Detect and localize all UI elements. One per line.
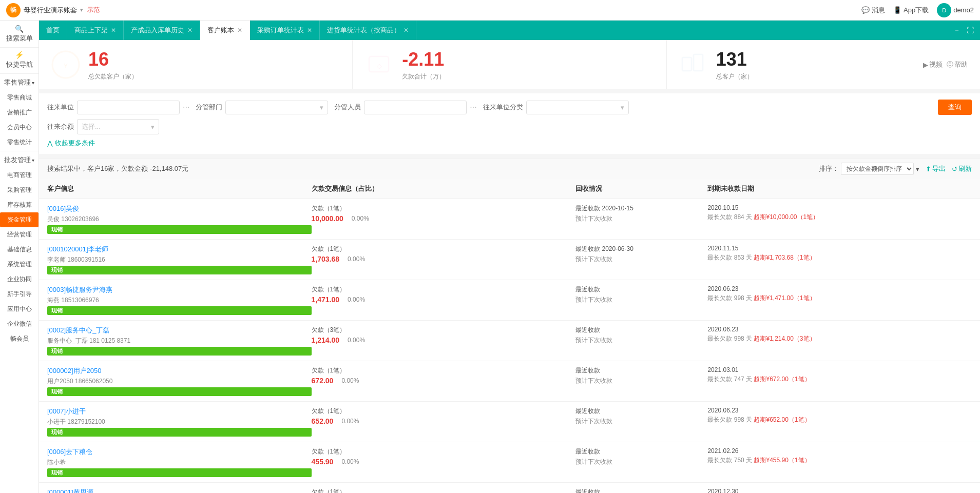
tab-production[interactable]: 产成品入库单历史 ✕	[124, 21, 200, 40]
help-btn[interactable]: ⓪ 帮助	[947, 60, 968, 69]
balance-select[interactable]: 选择... ▾	[77, 119, 159, 134]
tab-goods[interactable]: 商品上下架 ✕	[67, 21, 124, 40]
owe-row-5: 欠款（1笔）	[312, 407, 576, 416]
app-download-btn[interactable]: 📱 App下载	[893, 6, 929, 15]
tab-import-stat[interactable]: 进货单统计表（按商品） ✕	[320, 21, 416, 40]
username: demo2	[953, 6, 974, 14]
overdue-link-1[interactable]: 超期¥1,703.68（1笔）	[754, 254, 815, 261]
sort-label: 排序：	[819, 164, 839, 173]
overdue-link-2[interactable]: 超期¥1,471.00（1笔）	[754, 294, 815, 302]
view-label: 视频	[929, 60, 943, 69]
owe-amount-3[interactable]: 1,214.00	[312, 336, 340, 344]
sidebar-item-vip[interactable]: 畅会员	[0, 331, 39, 346]
customer-name-7[interactable]: [000001]黄思源	[47, 488, 312, 493]
tab-maximize-btn[interactable]: ⛶	[965, 25, 976, 35]
overdue-link-5[interactable]: 超期¥652.00（1笔）	[754, 416, 810, 423]
user-area[interactable]: D demo2	[937, 3, 974, 17]
tab-import-stat-close[interactable]: ✕	[403, 27, 409, 34]
customer-name-4[interactable]: [000002]用户2050	[47, 366, 312, 376]
nav-link[interactable]: 示范	[87, 6, 100, 14]
owe-row-4: 欠款（1笔）	[312, 366, 576, 375]
tab-production-label: 产成品入库单历史	[131, 26, 184, 35]
tab-purchase-stat[interactable]: 采购订单统计表 ✕	[250, 21, 320, 40]
sidebar-item-ecommerce[interactable]: 电商管理	[0, 168, 39, 183]
top-bar-right: 💬 消息 📱 App下载 D demo2	[861, 3, 974, 17]
tab-minimize-btn[interactable]: －	[951, 25, 963, 36]
due-days-5: 最长欠款 998 天 超期¥652.00（1笔）	[707, 416, 972, 424]
sidebar-item-corp[interactable]: 企业协同	[0, 272, 39, 287]
filter-source-unit: 往来单位 ···	[47, 101, 189, 114]
data-table: 客户信息 欠款交易信息（占比） 回收情况 到期未收款日期 [0016]吴俊 吴俊…	[39, 179, 980, 493]
customer-name-6[interactable]: [0006]去下粮仓	[47, 447, 312, 457]
collection-info-5: 最近收款 预计下次收款	[575, 407, 707, 426]
owe-percent-5: 0.00%	[341, 418, 359, 425]
sort-select[interactable]: 按欠款金额倒序排序	[841, 163, 914, 175]
owe-amount-6[interactable]: 455.90	[312, 458, 334, 466]
stat-card-debt-customers: ¥ 16 总欠款客户（家）	[39, 40, 353, 89]
source-unit-dots[interactable]: ···	[183, 103, 189, 112]
unit-category-select[interactable]: ▾	[526, 101, 629, 114]
sidebar-item-wechat[interactable]: 企业微信	[0, 317, 39, 331]
message-btn[interactable]: 💬 消息	[861, 6, 885, 15]
sidebar-item-inventory[interactable]: 库存核算	[0, 198, 39, 212]
overdue-link-4[interactable]: 超期¥672.00（1笔）	[754, 376, 810, 383]
overdue-link-0[interactable]: 超期¥10,000.00（1笔）	[754, 213, 819, 221]
company-name: 母婴行业演示账套	[24, 6, 77, 15]
app-label: App下载	[904, 6, 929, 15]
tab-customer-close[interactable]: ✕	[237, 27, 242, 34]
table-row-cells: [000002]用户2050 用户2050 18665062050 现销 欠款（…	[39, 361, 980, 401]
view-video-btn[interactable]: ▶ 视频	[923, 60, 943, 69]
sidebar-item-retail-shop[interactable]: 零售商城	[0, 90, 39, 105]
customer-name-0[interactable]: [0016]吴俊	[47, 204, 312, 213]
tab-goods-close[interactable]: ✕	[111, 27, 116, 34]
sidebar-item-retail-stat[interactable]: 零售统计	[0, 135, 39, 150]
customer-contact-3: 服务中心_丁磊 181 0125 8371	[47, 337, 312, 345]
tab-purchase-stat-close[interactable]: ✕	[307, 27, 312, 34]
customer-name-5[interactable]: [0007]小进干	[47, 407, 312, 416]
search-button[interactable]: 查询	[938, 100, 972, 115]
source-unit-input[interactable]	[77, 101, 180, 114]
sidebar-item-retail-mgmt[interactable]: 零售管理 ▾	[0, 75, 39, 90]
results-summary: 搜索结果中，客户16家，欠款金额 -21,148.07元	[47, 164, 188, 173]
stat-card-total-customers: 131 总客户（家） ▶ 视频 ⓪ 帮助	[667, 40, 980, 89]
tab-customer[interactable]: 客户账本 ✕	[200, 21, 250, 40]
sidebar-item-marketing[interactable]: 营销推广	[0, 105, 39, 120]
sidebar-item-batch-mgmt[interactable]: 批发管理 ▾	[0, 152, 39, 168]
owe-amount-0[interactable]: 10,000.00	[312, 214, 343, 223]
customer-name-1[interactable]: [0001020001]李老师	[47, 245, 312, 254]
customer-info-2: [0003]畅捷服务尹海燕 海燕 18513066976 现销	[47, 285, 312, 315]
company-dropdown-icon[interactable]: ▾	[80, 7, 83, 13]
due-info-6: 2021.02.26 最长欠款 750 天 超期¥455.90（1笔）	[707, 447, 972, 465]
stat-card-debt-amount: ◇ -2.11 欠款合计（万）	[353, 40, 666, 89]
owe-amount-1[interactable]: 1,703.68	[312, 255, 340, 263]
overdue-link-6[interactable]: 超期¥455.90（1笔）	[754, 457, 810, 464]
tab-home[interactable]: 首页	[39, 21, 67, 40]
tab-bar: 首页 商品上下架 ✕ 产成品入库单历史 ✕ 客户账本 ✕ 采购订单统计表 ✕ 进…	[39, 21, 980, 40]
sidebar-item-basic[interactable]: 基础信息	[0, 242, 39, 257]
collapse-button[interactable]: ⋀ 收起更多条件	[47, 139, 972, 148]
export-button[interactable]: ⬆ 导出	[926, 164, 946, 173]
owe-amount-2[interactable]: 1,471.00	[312, 295, 340, 304]
refresh-button[interactable]: ↺ 刷新	[952, 164, 972, 173]
person-input[interactable]	[364, 101, 467, 114]
sidebar-item-system[interactable]: 系统管理	[0, 257, 39, 272]
sidebar-quick-label: 快捷导航	[2, 60, 36, 69]
customer-name-3[interactable]: [0002]服务中心_丁磊	[47, 326, 312, 335]
sidebar-item-quick[interactable]: ⚡ 快捷导航	[0, 48, 39, 72]
person-dots[interactable]: ···	[470, 103, 476, 112]
sidebar-item-member[interactable]: 会员中心	[0, 120, 39, 135]
owe-amount-4[interactable]: 672.00	[312, 377, 334, 385]
sidebar-item-guide[interactable]: 新手引导	[0, 287, 39, 302]
tab-production-close[interactable]: ✕	[187, 27, 193, 34]
last-collection-6: 最近收款	[575, 447, 707, 456]
sidebar-item-ops[interactable]: 经营管理	[0, 227, 39, 242]
sidebar-item-apps[interactable]: 应用中心	[0, 302, 39, 317]
sidebar-item-search[interactable]: 🔍 搜索菜单	[0, 21, 39, 48]
owe-amount-5[interactable]: 652.00	[312, 417, 334, 425]
sidebar-item-finance[interactable]: 资金管理	[0, 212, 39, 227]
customer-name-2[interactable]: [0003]畅捷服务尹海燕	[47, 285, 312, 294]
dept-select[interactable]: ▾	[225, 101, 328, 114]
overdue-link-3[interactable]: 超期¥1,214.00（3笔）	[754, 335, 815, 342]
owe-percent-2: 0.00%	[348, 296, 365, 303]
sidebar-item-purchase[interactable]: 采购管理	[0, 183, 39, 198]
